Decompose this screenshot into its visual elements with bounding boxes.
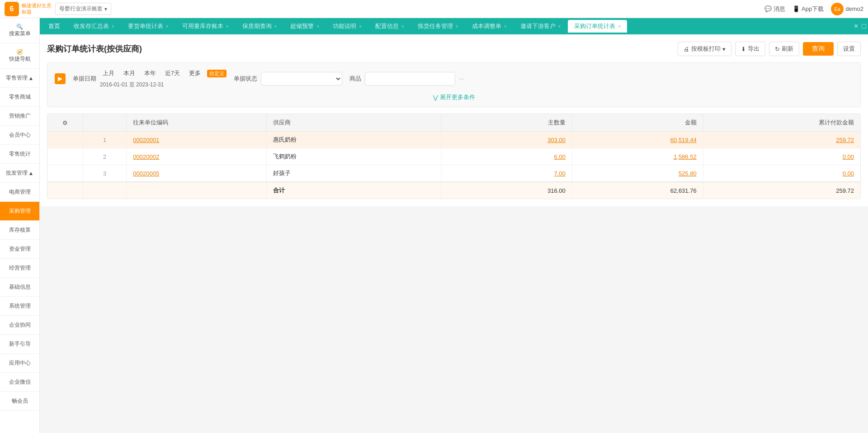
date-option-7days[interactable]: 近7天 (162, 68, 183, 78)
config-tab-label: 配置信息 (375, 22, 399, 30)
row-check-cell (47, 148, 83, 165)
filter-row: ▶ 单据日期 上月 本月 本年 近7天 更多 (55, 68, 853, 89)
close-all-tabs-button[interactable]: × (854, 22, 858, 30)
filter-toggle-button[interactable]: ▶ (55, 73, 66, 84)
tab-purchase-summary[interactable]: 要货单统计表 × (122, 20, 175, 33)
sidebar-item-operation[interactable]: 经营管理 (0, 259, 39, 278)
tab-overstock[interactable]: 超储预警 × (284, 20, 326, 33)
tab-invite[interactable]: 邀请下游客户 × (514, 20, 567, 33)
sidebar-item-enterprise[interactable]: 企业协同 (0, 316, 39, 335)
sidebar-item-purchase[interactable]: 采购管理 (0, 202, 39, 221)
setting-button[interactable]: 设置 (837, 42, 861, 56)
workspace-label: 母婴行业演示账套 (59, 5, 103, 13)
filter-arrow-icon: ▶ (58, 75, 62, 82)
query-button[interactable]: 查询 (803, 42, 834, 56)
sidebar-item-vip[interactable]: 畅会员 (0, 392, 39, 411)
row-amount[interactable]: 1,586.52 (572, 148, 703, 165)
sidebar-item-search[interactable]: 🔍 搜索菜单 (0, 18, 39, 43)
tab-func-desc[interactable]: 功能说明 × (326, 20, 368, 33)
custom-badge[interactable]: 自定义 (207, 70, 226, 77)
config-close-icon[interactable]: × (401, 24, 404, 29)
page-header: 采购订单统计表(按供应商) 🖨 按模板打印 ▾ ⬇ 导出 ↻ (47, 42, 861, 56)
sidebar-item-quick-nav[interactable]: 🧭 快捷导航 (0, 43, 39, 69)
goods-input[interactable] (365, 72, 455, 86)
maximize-button[interactable]: □ (862, 22, 866, 30)
sidebar-item-newguide[interactable]: 新手引导 (0, 335, 39, 354)
filter-goods-item: 商品 ··· (349, 72, 464, 86)
message-icon: 💬 (764, 5, 772, 12)
func-desc-close-icon[interactable]: × (359, 24, 362, 29)
invite-close-icon[interactable]: × (558, 24, 561, 29)
sidebar-item-wechat[interactable]: 企业微信 (0, 373, 39, 392)
gear-settings-icon[interactable]: ⚙ (62, 119, 68, 126)
row-code[interactable]: 00020005 (127, 165, 266, 182)
purchase-stat-close-icon[interactable]: × (618, 24, 621, 29)
pick-task-tab-label: 拣货任务管理 (418, 22, 453, 30)
purchase-summary-tab-label: 要货单统计表 (128, 22, 163, 30)
page-inner: 采购订单统计表(按供应商) 🖨 按模板打印 ▾ ⬇ 导出 ↻ (40, 34, 868, 206)
row-paid[interactable]: 0.00 (703, 165, 860, 182)
date-option-this-month[interactable]: 本月 (121, 68, 138, 78)
row-amount[interactable]: 525.80 (572, 165, 703, 182)
sidebar-item-retail-stat[interactable]: 零售统计 (0, 145, 39, 164)
sidebar-item-capital[interactable]: 资金管理 (0, 240, 39, 259)
date-option-more[interactable]: 更多 (186, 68, 203, 78)
row-code[interactable]: 00020001 (127, 132, 266, 148)
row-paid[interactable]: 0.00 (703, 148, 860, 165)
user-name: demo2 (845, 5, 863, 12)
overstock-close-icon[interactable]: × (316, 24, 319, 29)
row-paid[interactable]: 259.72 (703, 132, 860, 148)
refresh-button[interactable]: ↻ 刷新 (769, 42, 799, 56)
export-button[interactable]: ⬇ 导出 (735, 42, 765, 56)
tab-purchase-stat[interactable]: 采购订单统计表 × (568, 20, 627, 33)
sidebar-item-base[interactable]: 基础信息 (0, 278, 39, 297)
invite-tab-label: 邀请下游客户 (520, 22, 556, 30)
messages-action[interactable]: 💬 消息 (764, 5, 785, 13)
filter-date-item: 单据日期 上月 本月 本年 近7天 更多 自定义 20 (73, 68, 226, 89)
app-download-action[interactable]: 📱 App下载 (793, 5, 824, 13)
receivable-close-icon[interactable]: × (112, 24, 114, 29)
tab-config[interactable]: 配置信息 × (369, 20, 410, 33)
sidebar-item-marketing[interactable]: 营销推广 (0, 107, 39, 126)
sidebar-item-retail-mall[interactable]: 零售商城 (0, 88, 39, 107)
workspace-selector[interactable]: 母婴行业演示账套 ▾ (55, 3, 111, 15)
expiry-close-icon[interactable]: × (274, 24, 277, 29)
tab-receivable[interactable]: 收发存汇总表 × (67, 20, 121, 33)
tab-home[interactable]: 首页 (42, 20, 66, 33)
expand-icon: ▲ (28, 75, 34, 81)
row-qty[interactable]: 303.00 (441, 132, 572, 148)
pick-task-close-icon[interactable]: × (456, 24, 458, 29)
tab-pick-task[interactable]: 拣货任务管理 × (411, 20, 465, 33)
row-index: 1 (83, 132, 127, 148)
sidebar-item-retail[interactable]: 零售管理 ▲ (0, 69, 39, 88)
cost-adjust-close-icon[interactable]: × (504, 24, 507, 29)
row-qty[interactable]: 7.00 (441, 165, 572, 182)
tab-expiry[interactable]: 保质期查询 × (236, 20, 283, 33)
expand-filters-button[interactable]: ⋁ 展开更多条件 (433, 93, 475, 101)
row-amount[interactable]: 60,519.44 (572, 132, 703, 148)
sidebar-item-appcenter[interactable]: 应用中心 (0, 354, 39, 373)
table-body: 1 00020001 惠氏奶粉 303.00 60,519.44 259.72 … (47, 132, 860, 182)
goods-more-icon[interactable]: ··· (459, 75, 464, 82)
sidebar-item-wholesale[interactable]: 批发管理 ▲ (0, 164, 39, 183)
inventory-book-close-icon[interactable]: × (226, 24, 229, 29)
print-button[interactable]: 🖨 按模板打印 ▾ (678, 42, 731, 56)
status-select[interactable] (261, 72, 342, 86)
tab-cost-adjust[interactable]: 成本调整单 × (466, 20, 513, 33)
footer-check-cell (47, 182, 83, 199)
refresh-icon: ↻ (775, 46, 780, 52)
purchase-summary-close-icon[interactable]: × (166, 24, 169, 29)
tab-inventory-book[interactable]: 可用量库存账本 × (176, 20, 235, 33)
sidebar-item-ecom[interactable]: 电商管理 (0, 183, 39, 202)
sidebar-item-member[interactable]: 会员中心 (0, 126, 39, 145)
row-code[interactable]: 00020002 (127, 148, 266, 165)
sidebar-item-inventory[interactable]: 库存核算 (0, 221, 39, 240)
chevron-down-filter-icon: ⋁ (433, 94, 438, 101)
status-filter-label: 单据状态 (234, 75, 257, 83)
date-option-last-month[interactable]: 上月 (100, 68, 117, 78)
user-section[interactable]: Ea demo2 (831, 3, 863, 15)
sidebar-item-system[interactable]: 系统管理 (0, 297, 39, 316)
date-option-this-year[interactable]: 本年 (142, 68, 159, 78)
row-qty[interactable]: 6.00 (441, 148, 572, 165)
top-bar: 6 畅捷通好生意 标题 母婴行业演示账套 ▾ 💬 消息 📱 App下载 Ea d… (0, 0, 868, 18)
